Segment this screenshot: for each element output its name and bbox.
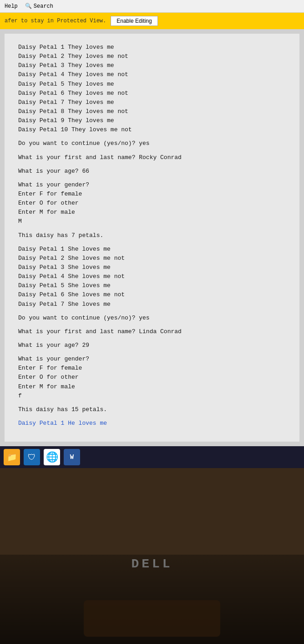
protected-view-message: afer to stay in Protected View. bbox=[5, 18, 106, 24]
petal-line-10: Daisy Petal 10 They loves me not bbox=[18, 125, 286, 134]
she-petal-line-1: Daisy Petal 1 She loves me bbox=[18, 245, 286, 254]
document-page: Daisy Petal 1 They loves me Daisy Petal … bbox=[5, 34, 299, 442]
continue-prompt-1: Do you want to continue (yes/no)? yes bbox=[18, 139, 286, 148]
gender-m-2: Enter M for male bbox=[18, 382, 286, 392]
petals-count-2: This daisy has 15 petals. bbox=[18, 405, 286, 414]
she-petal-line-2: Daisy Petal 2 She loves me not bbox=[18, 254, 286, 263]
protected-view-bar: afer to stay in Protected View. Enable E… bbox=[0, 13, 304, 29]
gender-o-2: Enter O for other bbox=[18, 373, 286, 382]
taskbar-security-icon[interactable]: 🛡 bbox=[24, 449, 40, 465]
document-area: Daisy Petal 1 They loves me Daisy Petal … bbox=[0, 29, 304, 446]
gender-answer-2: f bbox=[18, 392, 286, 401]
gender-prompt-1: What is your gender? bbox=[18, 180, 286, 190]
menu-bar: Help 🔍 Search bbox=[0, 0, 304, 13]
age-prompt-2: What is your age? 29 bbox=[18, 341, 286, 350]
keyboard-silhouette bbox=[84, 600, 220, 637]
folder-icon-glyph: 📁 bbox=[7, 452, 17, 462]
she-petal-line-7: Daisy Petal 7 She loves me bbox=[18, 300, 286, 309]
she-petal-line-6: Daisy Petal 6 She loves me not bbox=[18, 290, 286, 299]
age-prompt-1: What is your age? 66 bbox=[18, 167, 286, 176]
taskbar-chrome-icon[interactable]: 🌐 bbox=[44, 449, 60, 465]
petal-line-7: Daisy Petal 7 They loves me bbox=[18, 98, 286, 107]
chrome-icon-glyph: 🌐 bbox=[46, 451, 58, 464]
petal-line-8: Daisy Petal 8 They loves me not bbox=[18, 107, 286, 116]
gender-o-1: Enter O for other bbox=[18, 199, 286, 208]
petal-line-5: Daisy Petal 5 They loves me bbox=[18, 80, 286, 89]
gender-answer-1: M bbox=[18, 217, 286, 226]
gender-f-1: Enter F for female bbox=[18, 190, 286, 199]
security-icon-glyph: 🛡 bbox=[28, 453, 36, 462]
word-icon-label: W bbox=[70, 453, 74, 461]
she-petal-line-4: Daisy Petal 4 She loves me not bbox=[18, 272, 286, 281]
taskbar-folder-icon[interactable]: 📁 bbox=[4, 449, 20, 465]
petal-line-2: Daisy Petal 2 They loves me not bbox=[18, 52, 286, 61]
petal-line-6: Daisy Petal 6 They loves me not bbox=[18, 89, 286, 98]
gender-m-1: Enter M for male bbox=[18, 208, 286, 217]
help-menu[interactable]: Help bbox=[5, 3, 18, 10]
petal-line-1: Daisy Petal 1 They loves me bbox=[18, 43, 286, 52]
name-prompt-2: What is your first and last name? Linda … bbox=[18, 327, 286, 336]
petal-line-4: Daisy Petal 4 They loves me not bbox=[18, 70, 286, 79]
document-content: Daisy Petal 1 They loves me Daisy Petal … bbox=[18, 43, 286, 428]
petal-line-3: Daisy Petal 3 They loves me bbox=[18, 61, 286, 70]
petals-count-1: This daisy has 7 petals. bbox=[18, 231, 286, 240]
gender-prompt-2: What is your gender? bbox=[18, 355, 286, 364]
gender-f-2: Enter F for female bbox=[18, 364, 286, 373]
monitor-area: DELL bbox=[0, 468, 304, 644]
search-menu[interactable]: 🔍 Search bbox=[25, 3, 53, 10]
petal-line-9: Daisy Petal 9 They loves me bbox=[18, 116, 286, 125]
search-icon: 🔍 bbox=[25, 3, 32, 10]
taskbar: 📁 🛡 🌐 W bbox=[0, 446, 304, 468]
taskbar-word-icon[interactable]: W bbox=[64, 449, 80, 465]
enable-editing-button[interactable]: Enable Editing bbox=[111, 16, 157, 26]
continue-prompt-2: Do you want to continue (yes/no)? yes bbox=[18, 314, 286, 323]
last-petal-line: Daisy Petal 1 He loves me bbox=[18, 419, 286, 428]
she-petal-line-3: Daisy Petal 3 She loves me bbox=[18, 263, 286, 272]
name-prompt-1: What is your first and last name? Rocky … bbox=[18, 153, 286, 162]
she-petal-line-5: Daisy Petal 5 She loves me bbox=[18, 281, 286, 290]
